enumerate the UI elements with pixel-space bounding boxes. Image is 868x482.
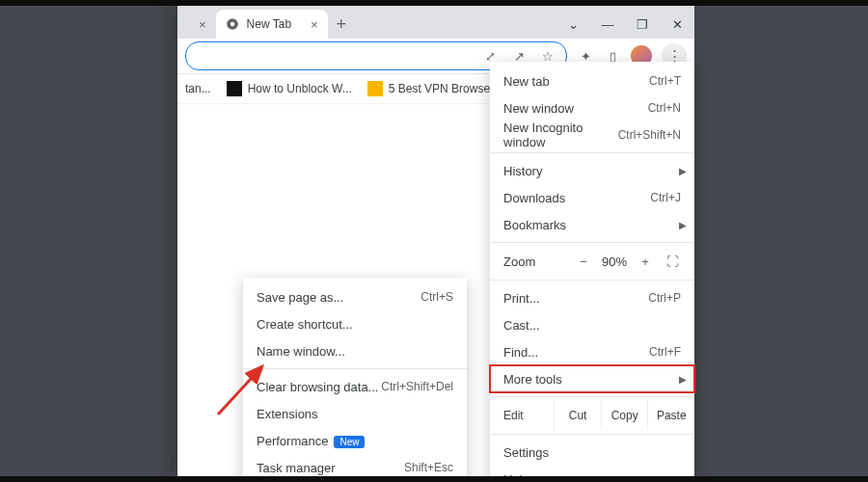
fullscreen-icon[interactable]: ⛶ [664, 254, 681, 269]
menu-edit-row: Edit Cut Copy Paste [490, 401, 694, 430]
close-window-button[interactable]: ✕ [660, 10, 694, 39]
zoom-in-button[interactable]: + [637, 254, 654, 269]
tab-strip: × New Tab × + ⌄ — ❐ ✕ [177, 6, 694, 39]
cut-button[interactable]: Cut [554, 401, 601, 430]
chrome-icon [226, 17, 239, 31]
new-tab-button[interactable]: + [328, 10, 355, 39]
menu-find[interactable]: Find...Ctrl+F [490, 338, 694, 365]
separator [490, 396, 694, 397]
new-badge: New [334, 436, 365, 448]
submenu-create-shortcut[interactable]: Create shortcut... [243, 310, 467, 337]
bookmark-item[interactable]: 5 Best VPN Browser... [367, 81, 503, 96]
menu-help[interactable]: Help▶ [490, 466, 694, 482]
favicon-icon [367, 81, 383, 96]
more-tools-submenu: Save page as...Ctrl+S Create shortcut...… [243, 278, 467, 482]
favicon-icon [227, 81, 242, 96]
menu-new-window[interactable]: New windowCtrl+N [490, 94, 694, 121]
close-icon[interactable]: × [311, 17, 318, 32]
svg-point-1 [230, 22, 234, 27]
menu-incognito[interactable]: New Incognito windowCtrl+Shift+N [490, 121, 694, 148]
separator [490, 152, 694, 153]
edit-label: Edit [490, 401, 554, 430]
menu-bookmarks[interactable]: Bookmarks▶ [490, 211, 694, 238]
separator [490, 434, 694, 435]
chevron-right-icon: ▶ [679, 474, 687, 483]
menu-zoom: Zoom − 90% + ⛶ [490, 247, 694, 276]
submenu-performance[interactable]: PerformanceNew [243, 427, 467, 454]
menu-more-tools[interactable]: More tools▶ [490, 365, 694, 392]
chevron-right-icon: ▶ [679, 166, 687, 176]
minimize-button[interactable]: — [590, 10, 625, 39]
menu-print[interactable]: Print...Ctrl+P [490, 284, 694, 311]
chevron-right-icon: ▶ [679, 220, 687, 230]
tab-active[interactable]: New Tab × [216, 10, 328, 39]
maximize-button[interactable]: ❐ [625, 10, 660, 39]
close-icon[interactable]: × [199, 17, 206, 32]
submenu-task-manager[interactable]: Task managerShift+Esc [243, 454, 467, 481]
menu-new-tab[interactable]: New tabCtrl+T [490, 67, 694, 94]
menu-settings[interactable]: Settings [490, 439, 694, 466]
menu-cast[interactable]: Cast... [490, 311, 694, 338]
paste-button[interactable]: Paste [647, 401, 694, 430]
menu-history[interactable]: History▶ [490, 157, 694, 184]
bookmark-item[interactable]: How to Unblock W... [227, 81, 352, 96]
tab-title: New Tab [247, 17, 291, 31]
tab-search-button[interactable]: ⌄ [556, 10, 590, 39]
separator [490, 242, 694, 243]
chevron-right-icon: ▶ [679, 374, 687, 385]
separator [490, 280, 694, 281]
screenshot-root: e + shortcut × New Tab × + ⌄ — ❐ [0, 0, 868, 482]
zoom-out-button[interactable]: − [575, 254, 592, 269]
submenu-save-page[interactable]: Save page as...Ctrl+S [243, 283, 467, 310]
submenu-name-window[interactable]: Name window... [243, 337, 467, 364]
chrome-menu: New tabCtrl+T New windowCtrl+N New Incog… [490, 62, 694, 482]
submenu-clear-browsing-data[interactable]: Clear browsing data...Ctrl+Shift+Del [243, 373, 467, 400]
window-controls: ⌄ — ❐ ✕ [556, 10, 694, 39]
submenu-extensions[interactable]: Extensions [243, 400, 467, 427]
separator [243, 368, 467, 369]
desktop-background: e + shortcut × New Tab × + ⌄ — ❐ [0, 6, 868, 476]
tab-inactive[interactable]: × [177, 10, 216, 39]
menu-downloads[interactable]: DownloadsCtrl+J [490, 184, 694, 211]
bookmark-item[interactable]: tan... [185, 82, 211, 95]
zoom-level: 90% [602, 254, 627, 269]
copy-button[interactable]: Copy [601, 401, 648, 430]
